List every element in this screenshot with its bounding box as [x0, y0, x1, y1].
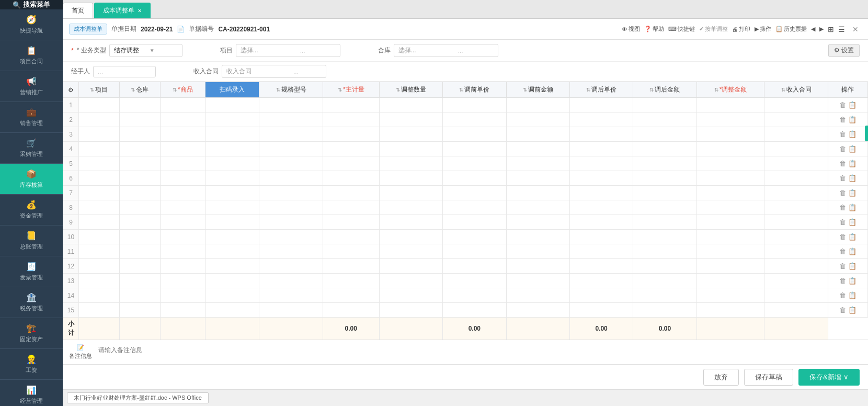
cell-10-4[interactable]: [259, 230, 323, 244]
cell-8-6[interactable]: [379, 200, 442, 215]
cell-15-9[interactable]: [569, 303, 633, 318]
project-select[interactable]: 选择... ...: [236, 44, 340, 57]
cell-15-8[interactable]: [506, 303, 569, 318]
delete-icon-14[interactable]: 🗑: [839, 291, 846, 299]
cell-12-11[interactable]: [696, 259, 764, 274]
cell-10-5[interactable]: [323, 230, 379, 244]
cell-2-3[interactable]: [205, 112, 259, 127]
cell-4-10[interactable]: [633, 142, 696, 156]
cell-15-11[interactable]: [696, 303, 764, 318]
cell-7-3[interactable]: [205, 186, 259, 200]
cell-6-7[interactable]: [443, 171, 506, 186]
tab-close-icon[interactable]: ✕: [138, 8, 142, 14]
cell-7-11[interactable]: [696, 186, 764, 200]
cell-12-5[interactable]: [323, 259, 379, 274]
cell-8-12[interactable]: [764, 200, 828, 215]
cell-11-10[interactable]: [633, 244, 696, 259]
sidebar-item-purchase-mgmt[interactable]: 🛒采购管理: [0, 133, 63, 164]
cell-10-9[interactable]: [569, 230, 633, 244]
handler-select[interactable]: ...: [93, 66, 156, 77]
cell-3-8[interactable]: [506, 127, 569, 142]
cell-13-1[interactable]: [119, 274, 160, 288]
cell-14-11[interactable]: [696, 288, 764, 303]
cell-10-12[interactable]: [764, 230, 828, 244]
cell-11-9[interactable]: [569, 244, 633, 259]
cell-15-4[interactable]: [259, 303, 323, 318]
cell-5-10[interactable]: [633, 156, 696, 171]
cell-4-0[interactable]: [79, 142, 120, 156]
cell-2-6[interactable]: [379, 112, 442, 127]
copy-icon-2[interactable]: 📋: [848, 116, 856, 123]
copy-icon-15[interactable]: 📋: [848, 306, 856, 314]
save-new-button[interactable]: 保存&新增 ∨: [798, 369, 860, 386]
cell-14-7[interactable]: [443, 288, 506, 303]
toolbar-list-view[interactable]: ☰: [838, 25, 845, 33]
cell-11-1[interactable]: [119, 244, 160, 259]
cell-5-9[interactable]: [569, 156, 633, 171]
cell-10-0[interactable]: [79, 230, 120, 244]
copy-icon-12[interactable]: 📋: [848, 262, 856, 270]
cell-9-11[interactable]: [696, 215, 764, 230]
copy-icon-10[interactable]: 📋: [848, 233, 856, 241]
cell-5-12[interactable]: [764, 156, 828, 171]
save-draft-button[interactable]: 保存草稿: [744, 369, 793, 386]
sidebar-item-ops-mgmt[interactable]: 📊经营管理: [0, 380, 63, 406]
cell-10-8[interactable]: [506, 230, 569, 244]
cell-2-9[interactable]: [569, 112, 633, 127]
cell-9-9[interactable]: [569, 215, 633, 230]
cell-14-4[interactable]: [259, 288, 323, 303]
cell-10-7[interactable]: [443, 230, 506, 244]
cell-14-9[interactable]: [569, 288, 633, 303]
cell-2-10[interactable]: [633, 112, 696, 127]
cell-4-12[interactable]: [764, 142, 828, 156]
delete-icon-4[interactable]: 🗑: [839, 145, 846, 153]
sidebar-item-project-contract[interactable]: 📋项目合同: [0, 40, 63, 71]
cell-13-10[interactable]: [633, 274, 696, 288]
copy-icon-1[interactable]: 📋: [848, 101, 856, 109]
cell-15-5[interactable]: [323, 303, 379, 318]
cell-4-8[interactable]: [506, 142, 569, 156]
sidebar-item-tax-mgmt[interactable]: 🏦税务管理: [0, 287, 63, 318]
cell-15-7[interactable]: [443, 303, 506, 318]
cell-15-2[interactable]: [160, 303, 205, 318]
copy-icon-8[interactable]: 📋: [848, 204, 856, 211]
cell-3-2[interactable]: [160, 127, 205, 142]
delete-icon-7[interactable]: 🗑: [839, 189, 846, 197]
cell-2-11[interactable]: [696, 112, 764, 127]
cell-5-4[interactable]: [259, 156, 323, 171]
cell-5-11[interactable]: [696, 156, 764, 171]
cell-13-11[interactable]: [696, 274, 764, 288]
cell-13-4[interactable]: [259, 274, 323, 288]
toolbar-nav-next[interactable]: ▶: [819, 26, 824, 32]
cell-12-12[interactable]: [764, 259, 828, 274]
toolbar-help[interactable]: ❓ 帮助: [644, 25, 664, 33]
delete-icon-5[interactable]: 🗑: [839, 160, 846, 167]
cell-13-5[interactable]: [323, 274, 379, 288]
cell-7-5[interactable]: [323, 186, 379, 200]
cell-2-4[interactable]: [259, 112, 323, 127]
cell-5-2[interactable]: [160, 156, 205, 171]
cell-15-3[interactable]: [205, 303, 259, 318]
cell-14-1[interactable]: [119, 288, 160, 303]
delete-icon-15[interactable]: 🗑: [839, 306, 846, 314]
cell-8-2[interactable]: [160, 200, 205, 215]
cell-4-5[interactable]: [323, 142, 379, 156]
cell-15-12[interactable]: [764, 303, 828, 318]
cell-2-2[interactable]: [160, 112, 205, 127]
cell-3-7[interactable]: [443, 127, 506, 142]
cell-9-7[interactable]: [443, 215, 506, 230]
sidebar-item-invoice-mgmt[interactable]: 🧾发票管理: [0, 256, 63, 287]
cell-13-12[interactable]: [764, 274, 828, 288]
sidebar-item-fixed-assets[interactable]: 🏗️固定资产: [0, 318, 63, 349]
cell-11-8[interactable]: [506, 244, 569, 259]
cell-3-6[interactable]: [379, 127, 442, 142]
sidebar-search-text[interactable]: 搜索菜单: [23, 0, 50, 9]
side-panel-right[interactable]: [865, 126, 868, 141]
cell-9-6[interactable]: [379, 215, 442, 230]
sidebar-item-ledger-mgmt[interactable]: 📒总账管理: [0, 225, 63, 256]
cell-7-8[interactable]: [506, 186, 569, 200]
income-contract-select[interactable]: 收入合同 ...: [222, 65, 326, 78]
cell-12-4[interactable]: [259, 259, 323, 274]
cell-4-9[interactable]: [569, 142, 633, 156]
sidebar-item-fund-mgmt[interactable]: 💰资金管理: [0, 195, 63, 225]
